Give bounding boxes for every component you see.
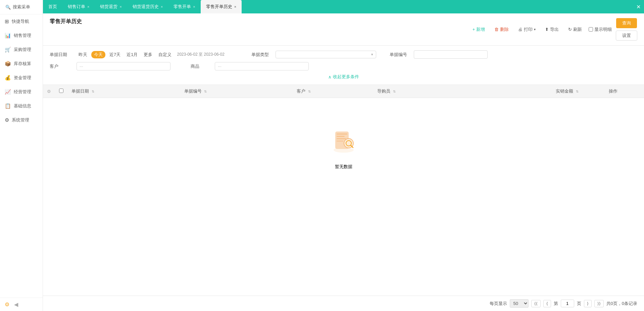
print-button[interactable]: 🖨 打印 ▾ bbox=[515, 25, 538, 34]
chevron-up-icon: ∧ bbox=[328, 74, 332, 80]
sidebar-item-operations[interactable]: 📈 经营管理 bbox=[0, 85, 43, 99]
collapse-sidebar-icon[interactable]: ◀ bbox=[14, 301, 18, 308]
doc-type-select[interactable]: ▾ bbox=[276, 51, 376, 58]
search-icon: 🔍 bbox=[5, 5, 11, 10]
filter-area: 单据日期 昨天 今天 近7天 近1月 更多 自定义 2023-06-02 至 2… bbox=[43, 46, 644, 85]
page-size-select[interactable]: 50 20 100 bbox=[510, 299, 529, 308]
sidebar-item-sys-mgmt[interactable]: ⚙ 系统管理 bbox=[0, 113, 43, 127]
goods-label: 商品 bbox=[191, 63, 211, 69]
display-detail-label: 显示明细 bbox=[594, 27, 612, 33]
query-button[interactable]: 查询 bbox=[616, 18, 637, 28]
tab-retail-open-history-close[interactable]: × bbox=[234, 5, 236, 9]
tab-retail-open-close[interactable]: × bbox=[193, 5, 195, 9]
table-header: ⚙ 单据日期 ⇅ 单据编号 ⇅ bbox=[43, 85, 644, 98]
refresh-icon: ↻ bbox=[568, 27, 572, 32]
sidebar-item-label: 系统管理 bbox=[12, 117, 29, 123]
sidebar-item-base-info[interactable]: 📋 基础信息 bbox=[0, 99, 43, 113]
export-icon: ⬆ bbox=[545, 27, 549, 32]
display-detail-toggle[interactable]: 显示明细 bbox=[589, 27, 612, 33]
quick-nav-icon: ⊞ bbox=[5, 18, 9, 24]
sidebar-search[interactable]: 🔍 搜索采单 bbox=[0, 0, 43, 14]
salesperson-sort-icon: ⇅ bbox=[393, 90, 396, 93]
th-check[interactable] bbox=[55, 85, 67, 98]
doc-no-sort-icon: ⇅ bbox=[204, 90, 207, 93]
sys-mgmt-icon: ⚙ bbox=[5, 117, 9, 123]
inventory-icon: 📦 bbox=[5, 61, 11, 67]
tab-home[interactable]: 首页 bbox=[43, 0, 62, 13]
collapse-filter-row[interactable]: ∧ 收起更多条件 bbox=[50, 74, 637, 80]
date-more[interactable]: 更多 bbox=[142, 51, 154, 58]
page-header-section: 零售开单历史 + 新增 🗑 删除 🖨 打印 ▾ ⬆ 导出 ↻ bbox=[43, 13, 644, 46]
doc-no-input[interactable] bbox=[414, 50, 488, 59]
export-button[interactable]: ⬆ 导出 bbox=[542, 25, 561, 34]
window-close-icon[interactable]: ✕ bbox=[636, 4, 641, 10]
pagination-bar: 每页显示 50 20 100 ⟨⟨ ⟨ 第 页 ⟩ ⟩⟩ 共0页，0条记录 bbox=[43, 296, 644, 311]
tab-sales-return[interactable]: 销货退货 × bbox=[95, 0, 127, 13]
print-icon: 🖨 bbox=[518, 27, 523, 32]
print-label: 打印 bbox=[524, 27, 533, 33]
sidebar-item-finance[interactable]: 💰 资金管理 bbox=[0, 71, 43, 85]
svg-rect-4 bbox=[337, 138, 346, 139]
settings-icon[interactable]: ⚙ bbox=[5, 301, 9, 308]
goods-placeholder: ··· bbox=[218, 64, 221, 69]
next-page-button[interactable]: ⟩ bbox=[584, 300, 592, 307]
doc-no-label: 单据编号 bbox=[390, 52, 410, 58]
customer-label: 客户 bbox=[50, 63, 70, 69]
refresh-button[interactable]: ↻ 刷新 bbox=[565, 25, 585, 34]
doc-type-label: 单据类型 bbox=[251, 52, 271, 58]
sidebar-bottom: ⚙ ◀ bbox=[0, 298, 43, 311]
query-settings-group: 查询 设置 bbox=[616, 18, 637, 41]
date-last1m[interactable]: 近1月 bbox=[125, 51, 140, 58]
date-range-display: 2023-06-02 至 2023-06-02 bbox=[177, 52, 224, 57]
base-info-icon: 📋 bbox=[5, 103, 11, 109]
last-page-button[interactable]: ⟩⟩ bbox=[594, 300, 604, 307]
tab-sales-return-label: 销货退货 bbox=[100, 4, 117, 10]
gear-icon[interactable]: ⚙ bbox=[47, 89, 51, 94]
sidebar-item-quick-nav[interactable]: ⊞ 快捷导航 bbox=[0, 14, 43, 29]
sidebar-item-sales-mgmt[interactable]: 📊 销售管理 bbox=[0, 29, 43, 43]
tab-retail-open-history-label: 零售开单历史 bbox=[206, 4, 232, 10]
date-today[interactable]: 今天 bbox=[91, 51, 105, 58]
page-input[interactable] bbox=[561, 300, 574, 307]
sidebar-item-label: 快捷导航 bbox=[12, 18, 29, 24]
th-amount[interactable]: 实销金额 ⇅ bbox=[470, 85, 583, 98]
sidebar-item-label: 库存核算 bbox=[14, 61, 31, 67]
tab-sales-order[interactable]: 销售订单 × bbox=[62, 0, 95, 13]
tab-sales-return-history[interactable]: 销货退货历史 × bbox=[127, 0, 168, 13]
sidebar-item-inventory[interactable]: 📦 库存核算 bbox=[0, 57, 43, 71]
date-yesterday[interactable]: 昨天 bbox=[77, 51, 89, 58]
empty-icon bbox=[327, 125, 360, 158]
tab-home-label: 首页 bbox=[48, 4, 57, 10]
th-doc-no[interactable]: 单据编号 ⇅ bbox=[180, 85, 293, 98]
operations-icon: 📈 bbox=[5, 89, 11, 95]
tab-sales-order-close[interactable]: × bbox=[87, 5, 89, 9]
tab-sales-return-history-close[interactable]: × bbox=[161, 5, 163, 9]
sidebar-item-purchase-mgmt[interactable]: 🛒 采购管理 bbox=[0, 43, 43, 57]
delete-button[interactable]: 🗑 删除 bbox=[492, 25, 511, 34]
filter-row-2: 客户 ··· 商品 ··· bbox=[50, 62, 637, 70]
settings-button[interactable]: 设置 bbox=[616, 31, 637, 41]
th-date[interactable]: 单据日期 ⇅ bbox=[67, 85, 180, 98]
customer-select[interactable]: ··· bbox=[77, 62, 170, 70]
select-all-checkbox[interactable] bbox=[59, 89, 63, 93]
display-detail-checkbox[interactable] bbox=[589, 27, 593, 32]
tab-retail-open[interactable]: 零售开单 × bbox=[168, 0, 200, 13]
tab-retail-open-history[interactable]: 零售开单历史 × bbox=[201, 0, 242, 13]
tab-retail-open-label: 零售开单 bbox=[174, 4, 191, 10]
date-last7[interactable]: 近7天 bbox=[107, 51, 122, 58]
goods-select[interactable]: ··· bbox=[215, 62, 309, 70]
tab-sales-return-close[interactable]: × bbox=[119, 5, 121, 9]
th-customer[interactable]: 客户 ⇅ bbox=[293, 85, 373, 98]
date-options: 昨天 今天 近7天 近1月 更多 自定义 2023-06-02 至 2023-0… bbox=[77, 51, 225, 58]
refresh-label: 刷新 bbox=[573, 27, 582, 33]
purchase-icon: 🛒 bbox=[5, 47, 11, 53]
first-page-button[interactable]: ⟨⟨ bbox=[531, 300, 541, 307]
doc-type-group: 单据类型 ▾ bbox=[251, 51, 376, 58]
sidebar: 🔍 搜索采单 ⊞ 快捷导航 📊 销售管理 🛒 采购管理 📦 库存核算 💰 资金管… bbox=[0, 0, 43, 311]
new-button[interactable]: + 新增 bbox=[470, 25, 488, 34]
th-gear[interactable]: ⚙ bbox=[43, 85, 55, 98]
th-salesperson[interactable]: 导购员 ⇅ bbox=[373, 85, 470, 98]
prev-page-button[interactable]: ⟨ bbox=[543, 300, 551, 307]
date-custom[interactable]: 自定义 bbox=[156, 51, 174, 58]
sidebar-item-label: 销售管理 bbox=[14, 33, 31, 39]
